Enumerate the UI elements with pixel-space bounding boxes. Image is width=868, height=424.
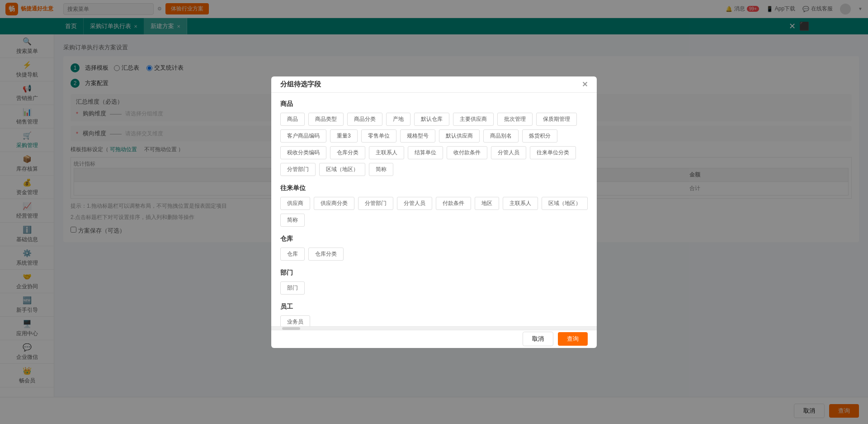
dept-tags: 部门 <box>280 281 588 295</box>
tag-main-contact[interactable]: 主联系人 <box>369 146 404 159</box>
tag-region-partner[interactable]: 地区 <box>475 197 499 210</box>
tag-payment-terms[interactable]: 收付款条件 <box>447 146 487 159</box>
warehouse-tags: 仓库 仓库分类 <box>280 248 588 261</box>
section-employee: 员工 业务员 <box>280 303 588 327</box>
tag-settlement-unit[interactable]: 结算单位 <box>408 146 443 159</box>
tag-supplier-category[interactable]: 供应商分类 <box>314 197 354 210</box>
modal-header: 分组待选字段 ✕ <box>271 76 597 93</box>
tag-default-supplier[interactable]: 默认供应商 <box>439 129 480 143</box>
tag-warehouse[interactable]: 仓库 <box>280 248 305 261</box>
tag-dept[interactable]: 部门 <box>280 281 305 295</box>
tag-dept-in-charge[interactable]: 分管部门 <box>280 163 316 176</box>
tag-payment-cond[interactable]: 付款条件 <box>436 197 471 210</box>
tag-manager[interactable]: 分管人员 <box>491 146 526 159</box>
tag-default-warehouse[interactable]: 默认仓库 <box>414 113 449 126</box>
modal-body: 商品 商品 商品类型 商品分类 产地 默认仓库 主要供应商 批次管理 保质期管理… <box>271 93 597 327</box>
modal-confirm-btn[interactable]: 查询 <box>558 332 588 346</box>
tag-region2-partner[interactable]: 区域（地区） <box>542 197 588 210</box>
tag-expiry-mgmt[interactable]: 保质期管理 <box>536 113 577 126</box>
goods-tags: 商品 商品类型 商品分类 产地 默认仓库 主要供应商 批次管理 保质期管理 客户… <box>280 113 588 176</box>
employee-tags: 业务员 <box>280 315 588 327</box>
section-goods: 商品 商品 商品类型 商品分类 产地 默认仓库 主要供应商 批次管理 保质期管理… <box>280 100 588 176</box>
tag-retail-unit[interactable]: 零售单位 <box>361 129 396 143</box>
tag-abbr-goods[interactable]: 简称 <box>369 163 393 176</box>
tag-weight[interactable]: 重量3 <box>330 129 358 143</box>
tag-person-partner[interactable]: 分管人员 <box>397 197 432 210</box>
section-partner-title: 往来单位 <box>280 184 588 192</box>
tag-customer-code[interactable]: 客户商品编码 <box>280 129 326 143</box>
tag-main-supplier[interactable]: 主要供应商 <box>453 113 494 126</box>
section-warehouse-title: 仓库 <box>280 235 588 243</box>
tag-goods-alias[interactable]: 商品别名 <box>483 129 519 143</box>
tag-batch-mgmt[interactable]: 批次管理 <box>497 113 533 126</box>
tag-tax-code[interactable]: 税收分类编码 <box>280 146 326 159</box>
tag-salesperson[interactable]: 业务员 <box>280 315 310 327</box>
section-dept-title: 部门 <box>280 269 588 277</box>
tag-spec-model[interactable]: 规格型号 <box>400 129 435 143</box>
section-partner: 往来单位 供应商 供应商分类 分管部门 分管人员 付款条件 地区 主联系人 区域… <box>280 184 588 227</box>
tag-warehouse-category[interactable]: 仓库分类 <box>330 146 365 159</box>
tag-supplier[interactable]: 供应商 <box>280 197 310 210</box>
modal-overlay: 分组待选字段 ✕ 商品 商品 商品类型 商品分类 产地 默认仓库 主要供应商 批… <box>0 0 868 424</box>
tag-goods-category[interactable]: 商品分类 <box>347 113 382 126</box>
modal-hscroll[interactable] <box>271 326 597 330</box>
tag-refine-points[interactable]: 炼货积分 <box>522 129 557 143</box>
section-employee-title: 员工 <box>280 303 588 311</box>
hscroll-thumb <box>282 327 300 330</box>
modal: 分组待选字段 ✕ 商品 商品 商品类型 商品分类 产地 默认仓库 主要供应商 批… <box>271 76 597 348</box>
section-goods-title: 商品 <box>280 100 588 108</box>
tag-region-goods[interactable]: 区域（地区） <box>319 163 365 176</box>
modal-footer: 取消 查询 <box>271 330 597 348</box>
tag-goods-type[interactable]: 商品类型 <box>308 113 344 126</box>
modal-cancel-btn[interactable]: 取消 <box>523 332 553 346</box>
tag-contact-partner[interactable]: 主联系人 <box>503 197 538 210</box>
tag-origin[interactable]: 产地 <box>386 113 410 126</box>
tag-abbr-partner[interactable]: 简称 <box>280 214 305 227</box>
section-dept: 部门 部门 <box>280 269 588 295</box>
tag-dept-partner[interactable]: 分管部门 <box>358 197 393 210</box>
modal-close-btn[interactable]: ✕ <box>582 80 588 89</box>
tag-goods[interactable]: 商品 <box>280 113 305 126</box>
tag-partner-category[interactable]: 往来单位分类 <box>530 146 576 159</box>
section-warehouse: 仓库 仓库 仓库分类 <box>280 235 588 261</box>
modal-title: 分组待选字段 <box>280 80 321 89</box>
partner-tags: 供应商 供应商分类 分管部门 分管人员 付款条件 地区 主联系人 区域（地区） … <box>280 197 588 227</box>
tag-warehouse-cat[interactable]: 仓库分类 <box>308 248 344 261</box>
